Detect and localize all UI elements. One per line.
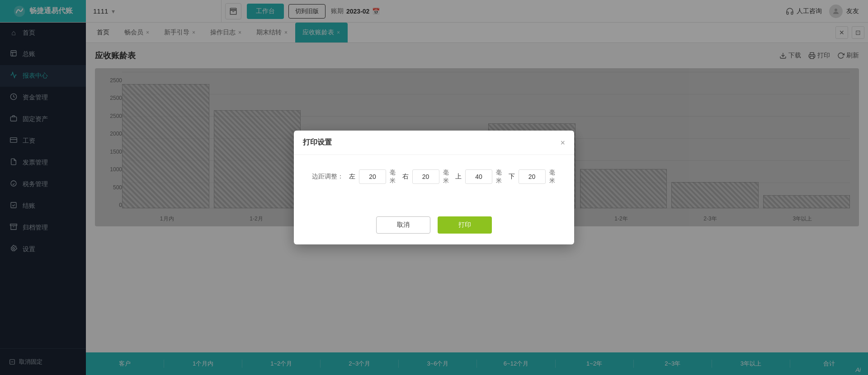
bottom-label: 下 (509, 173, 515, 181)
right-input[interactable] (412, 169, 439, 184)
bottom-input[interactable] (519, 169, 546, 184)
dialog-title: 打印设置 (303, 138, 332, 147)
confirm-print-button[interactable]: 打印 (438, 216, 492, 234)
top-label: 上 (455, 173, 462, 181)
cancel-button[interactable]: 取消 (376, 216, 430, 234)
margin-adjust-label: 边距调整： (312, 173, 344, 181)
left-unit: 毫米 (390, 169, 397, 185)
left-label: 左 (349, 173, 355, 181)
margin-row: 边距调整： 左 毫米 右 毫米 上 毫米 下 (312, 169, 556, 185)
print-settings-dialog: 打印设置 × 边距调整： 左 毫米 右 毫米 上 毫米 (294, 131, 574, 244)
dialog-overlay[interactable]: 打印设置 × 边距调整： 左 毫米 右 毫米 上 毫米 (0, 0, 868, 375)
right-label: 右 (402, 173, 409, 181)
dialog-close-button[interactable]: × (560, 139, 565, 147)
top-unit: 毫米 (496, 169, 503, 185)
top-input[interactable] (465, 169, 492, 184)
margin-left-group: 左 毫米 (349, 169, 397, 185)
margin-top-group: 上 毫米 (455, 169, 503, 185)
margin-bottom-group: 下 毫米 (509, 169, 557, 185)
dialog-footer: 取消 打印 (294, 212, 574, 244)
right-unit: 毫米 (443, 169, 450, 185)
left-input[interactable] (359, 169, 386, 184)
bottom-unit: 毫米 (549, 169, 557, 185)
dialog-header: 打印设置 × (294, 131, 574, 155)
margin-right-group: 右 毫米 (402, 169, 450, 185)
dialog-body: 边距调整： 左 毫米 右 毫米 上 毫米 下 (294, 155, 574, 212)
